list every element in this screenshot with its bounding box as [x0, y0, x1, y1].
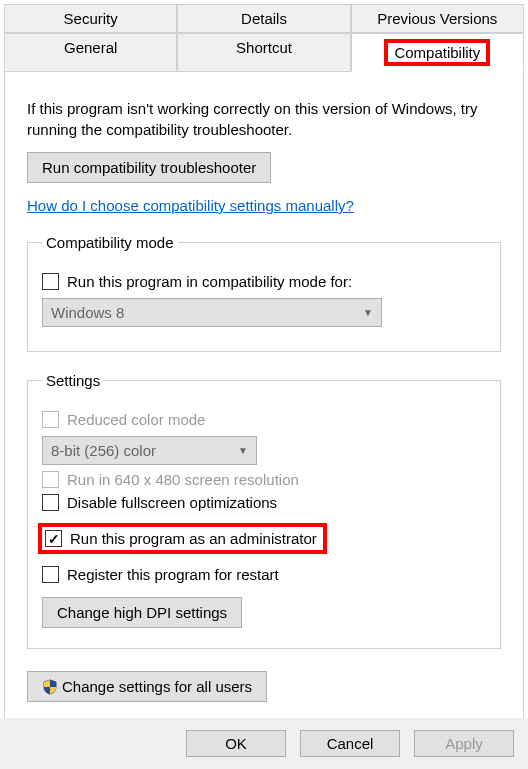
tab-shortcut[interactable]: Shortcut: [177, 33, 350, 72]
tab-security[interactable]: Security: [4, 4, 177, 33]
select-compat-os[interactable]: Windows 8 ▼: [42, 298, 382, 327]
change-dpi-button[interactable]: Change high DPI settings: [42, 597, 242, 628]
cancel-button[interactable]: Cancel: [300, 730, 400, 757]
help-link[interactable]: How do I choose compatibility settings m…: [27, 197, 354, 214]
label-disable-fullscreen: Disable fullscreen optimizations: [67, 494, 277, 511]
group-compatibility-mode: Compatibility mode Run this program in c…: [27, 234, 501, 352]
checkbox-run-640: [42, 471, 59, 488]
label-compat-mode: Run this program in compatibility mode f…: [67, 273, 352, 290]
tab-details[interactable]: Details: [177, 4, 350, 33]
change-all-users-button[interactable]: Change settings for all users: [27, 671, 267, 702]
intro-text: If this program isn't working correctly …: [27, 98, 501, 140]
select-color-mode: 8-bit (256) color ▼: [42, 436, 257, 465]
checkbox-run-as-admin[interactable]: [45, 530, 62, 547]
chevron-down-icon: ▼: [238, 445, 248, 456]
dialog-button-bar: OK Cancel Apply: [0, 718, 528, 769]
tab-general[interactable]: General: [4, 33, 177, 72]
highlight-run-as-admin: Run this program as an administrator: [38, 523, 327, 554]
checkbox-reduced-color: [42, 411, 59, 428]
label-run-as-admin: Run this program as an administrator: [70, 530, 317, 547]
label-register-restart: Register this program for restart: [67, 566, 279, 583]
ok-button[interactable]: OK: [186, 730, 286, 757]
shield-icon: [42, 679, 58, 695]
tab-panel-compatibility: If this program isn't working correctly …: [4, 72, 524, 754]
label-run-640: Run in 640 x 480 screen resolution: [67, 471, 299, 488]
tab-previous-versions[interactable]: Previous Versions: [351, 4, 524, 33]
run-troubleshooter-button[interactable]: Run compatibility troubleshooter: [27, 152, 271, 183]
apply-button[interactable]: Apply: [414, 730, 514, 757]
checkbox-register-restart[interactable]: [42, 566, 59, 583]
chevron-down-icon: ▼: [363, 307, 373, 318]
legend-compatibility-mode: Compatibility mode: [42, 234, 178, 251]
legend-settings: Settings: [42, 372, 104, 389]
checkbox-disable-fullscreen[interactable]: [42, 494, 59, 511]
group-settings: Settings Reduced color mode 8-bit (256) …: [27, 372, 501, 649]
checkbox-compat-mode[interactable]: [42, 273, 59, 290]
tab-compatibility[interactable]: Compatibility: [351, 33, 524, 72]
label-reduced-color: Reduced color mode: [67, 411, 205, 428]
tab-strip: Security Details Previous Versions Gener…: [0, 0, 528, 72]
tab-compatibility-highlight: Compatibility: [384, 39, 490, 66]
